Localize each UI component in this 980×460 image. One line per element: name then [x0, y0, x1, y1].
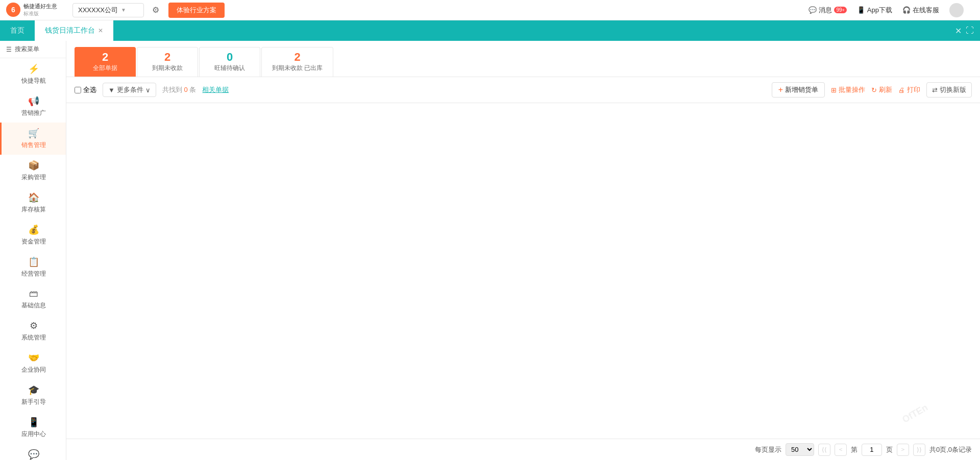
app-center-icon: 📱 — [28, 417, 39, 428]
logo-icon: 6 — [6, 3, 20, 17]
sidebar-item-finance[interactable]: 💰 资金管理 — [0, 219, 66, 251]
sidebar-item-purchase-label: 采购管理 — [21, 173, 46, 182]
badge-count: 99 — [836, 7, 842, 13]
refresh-button[interactable]: ↻ 刷新 — [871, 85, 892, 94]
experience-button[interactable]: 体验行业方案 — [168, 3, 225, 18]
stat-tab-overdue[interactable]: 2 到期未收款 — [137, 47, 198, 77]
related-orders-link[interactable]: 相关单据 — [202, 85, 229, 94]
print-button[interactable]: 🖨 打印 — [898, 85, 920, 94]
message-button[interactable]: 💬 消息 99+ — [808, 6, 846, 15]
app-subtitle: 标准版 — [23, 10, 57, 17]
enterprise-wechat-icon: 💬 — [28, 449, 39, 460]
search-menu-icon: ☰ — [6, 46, 12, 53]
stat-tab-pending[interactable]: 0 旺辅待确认 — [199, 47, 260, 77]
app-title: 畅捷通好生意 — [23, 3, 57, 10]
pagination-bar: 每页显示 10 20 50 100 ⟨⟨ ＜ 第 页 ＞ ⟩⟩ 共0页,0条记录 — [66, 439, 980, 460]
filter-arrow-icon: ∨ — [145, 86, 151, 94]
sidebar-item-app-center[interactable]: 📱 应用中心 — [0, 411, 66, 444]
quick-nav-icon: ⚡ — [28, 63, 39, 75]
switch-icon: ⇄ — [932, 86, 938, 94]
plus-icon: + — [778, 85, 783, 94]
refresh-btn-label: 刷新 — [879, 85, 892, 94]
select-all-checkbox[interactable]: 全选 — [75, 85, 96, 94]
stat-tab-all[interactable]: 2 全部单据 — [75, 47, 136, 77]
logo-area: 6 畅捷通好生意 标准版 — [6, 3, 72, 17]
sidebar-item-sales[interactable]: 🛒 销售管理 — [0, 123, 66, 155]
settings-button[interactable]: ⚙ — [148, 3, 163, 18]
sidebar-item-system[interactable]: ⚙ 系统管理 — [0, 315, 66, 347]
company-selector[interactable]: XXXXXX公司 ▼ — [72, 3, 144, 17]
per-page-select[interactable]: 10 20 50 100 — [786, 443, 814, 456]
message-icon: 💬 — [808, 6, 817, 14]
empty-state — [66, 103, 980, 439]
guide-icon: 🎓 — [28, 384, 39, 396]
sidebar-item-purchase[interactable]: 📦 采购管理 — [0, 155, 66, 187]
next-page-button[interactable]: ＞ — [897, 444, 909, 456]
sidebar-item-app-center-label: 应用中心 — [21, 430, 46, 439]
online-service-label: 在线客服 — [913, 6, 939, 15]
gear-icon: ⚙ — [152, 5, 159, 15]
sidebar-item-inventory-label: 库存核算 — [21, 205, 46, 214]
result-number: 0 — [184, 86, 188, 93]
per-page-label: 每页显示 — [755, 445, 781, 454]
batch-operation-button[interactable]: ⊞ 批量操作 — [831, 85, 865, 94]
sales-icon: 🛒 — [28, 128, 39, 139]
main-layout: ☰ 搜索菜单 ⚡ 快捷导航 📢 营销推广 🛒 销售管理 📦 采购管理 🏠 库存核… — [0, 41, 980, 460]
sidebar-item-quick-nav[interactable]: ⚡ 快捷导航 — [0, 58, 66, 90]
stat-overdue-count: 2 — [148, 52, 187, 63]
result-suffix: 条 — [189, 86, 196, 93]
page-input[interactable] — [862, 444, 882, 456]
sidebar: ☰ 搜索菜单 ⚡ 快捷导航 📢 营销推广 🛒 销售管理 📦 采购管理 🏠 库存核… — [0, 41, 66, 460]
select-all-input[interactable] — [75, 87, 81, 93]
filter-btn-label: 更多条件 — [117, 85, 143, 94]
result-text: 共找到 0 条 — [162, 85, 196, 94]
add-order-button[interactable]: + 新增销货单 — [772, 82, 825, 98]
tab-close-icon[interactable]: ✕ — [98, 27, 103, 34]
sidebar-item-enterprise-wechat[interactable]: 💬 企业微信 — [0, 444, 66, 460]
search-menu-label: 搜索菜单 — [15, 45, 39, 54]
logo-char: 6 — [11, 6, 15, 14]
badge-plus: + — [842, 8, 845, 13]
select-all-label: 全选 — [83, 85, 96, 94]
filter-button[interactable]: ▼ 更多条件 ∨ — [103, 83, 156, 97]
tab-home-label: 首页 — [10, 26, 24, 35]
tab-expand-icon[interactable]: ⛶ — [966, 26, 974, 35]
inventory-icon: 🏠 — [28, 192, 39, 203]
message-label: 消息 — [819, 6, 832, 15]
stat-overdue-shipped-count: 2 — [272, 52, 323, 63]
result-prefix: 共找到 — [162, 86, 182, 93]
toolbar: 全选 ▼ 更多条件 ∨ 共找到 0 条 相关单据 + 新增销货单 ⊞ 批 — [66, 77, 980, 103]
avatar[interactable] — [949, 3, 964, 17]
sidebar-search[interactable]: ☰ 搜索菜单 — [0, 41, 66, 58]
tab-close-all-icon[interactable]: ✕ — [955, 26, 962, 36]
add-btn-label: 新增销货单 — [785, 85, 818, 94]
sidebar-item-operations-label: 经营管理 — [21, 270, 46, 278]
stats-tabs: 2 全部单据 2 到期未收款 0 旺辅待确认 2 到期未收款 已出库 — [66, 41, 980, 77]
toolbar-right: + 新增销货单 ⊞ 批量操作 ↻ 刷新 🖨 打印 ⇄ 切换新版 — [772, 82, 972, 98]
tab-home[interactable]: 首页 — [0, 20, 35, 41]
sidebar-item-inventory[interactable]: 🏠 库存核算 — [0, 187, 66, 219]
sidebar-item-enterprise-collab[interactable]: 🤝 企业协同 — [0, 347, 66, 379]
page-label: 第 — [851, 445, 857, 454]
message-badge: 99+ — [834, 7, 846, 13]
sidebar-item-guide[interactable]: 🎓 新手引导 — [0, 379, 66, 411]
total-info: 共0页,0条记录 — [929, 445, 972, 454]
basic-info-icon: 🗃 — [29, 288, 38, 299]
stat-all-count: 2 — [85, 52, 125, 63]
first-page-button[interactable]: ⟨⟨ — [818, 444, 830, 456]
sidebar-item-operations[interactable]: 📋 经营管理 — [0, 251, 66, 283]
enterprise-collab-icon: 🤝 — [28, 352, 39, 364]
tab-work-station-label: 钱货日清工作台 — [45, 26, 95, 35]
switch-version-button[interactable]: ⇄ 切换新版 — [926, 82, 972, 98]
stat-overdue-label: 到期未收款 — [148, 64, 187, 72]
operations-icon: 📋 — [28, 256, 39, 268]
online-service-button[interactable]: 🎧 在线客服 — [902, 6, 939, 15]
last-page-button[interactable]: ⟩⟩ — [913, 444, 925, 456]
app-download-label: App下载 — [867, 6, 892, 15]
sidebar-item-marketing[interactable]: 📢 营销推广 — [0, 90, 66, 123]
sidebar-item-basic-info[interactable]: 🗃 基础信息 — [0, 283, 66, 315]
app-download-button[interactable]: 📱 App下载 — [857, 6, 892, 15]
prev-page-button[interactable]: ＜ — [835, 444, 847, 456]
stat-tab-overdue-shipped[interactable]: 2 到期未收款 已出库 — [261, 47, 333, 77]
tab-work-station[interactable]: 钱货日清工作台 ✕ — [35, 20, 113, 41]
